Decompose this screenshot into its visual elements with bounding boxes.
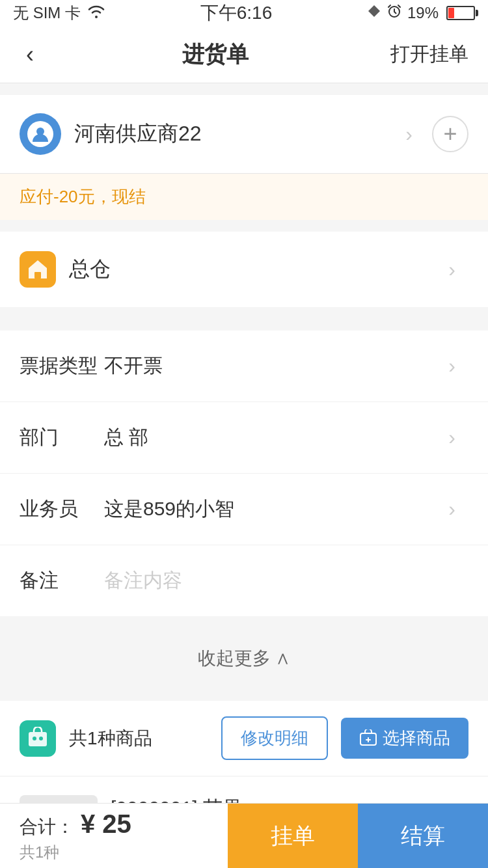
total-count: 共1种 bbox=[20, 842, 208, 863]
hang-button[interactable]: 挂单 bbox=[228, 804, 358, 868]
battery-icon bbox=[446, 6, 475, 20]
svg-rect-2 bbox=[34, 272, 41, 278]
battery-text: 19% bbox=[407, 4, 439, 22]
wifi-icon bbox=[87, 4, 105, 22]
svg-point-5 bbox=[39, 737, 43, 740]
select-product-label: 选择商品 bbox=[383, 727, 450, 750]
nav-bar: ‹ 进货单 打开挂单 bbox=[0, 26, 488, 83]
products-header: 共1种商品 修改明细 选择商品 bbox=[0, 701, 488, 776]
total-label: 合计： bbox=[20, 815, 74, 839]
dept-row[interactable]: 部门 总 部 › bbox=[0, 402, 488, 474]
alarm-icon bbox=[386, 3, 402, 23]
status-bar: 无 SIM 卡 下午6:16 19% bbox=[0, 0, 488, 26]
dept-value: 总 部 bbox=[104, 424, 448, 451]
remark-placeholder: 备注内容 bbox=[104, 567, 468, 594]
form-section: 票据类型 不开票 › 部门 总 部 › 业务员 这是859的小智 › 备注 备注… bbox=[0, 331, 488, 616]
collapse-bar[interactable]: 收起更多 ∧ bbox=[0, 628, 488, 689]
select-product-button[interactable]: 选择商品 bbox=[341, 718, 468, 759]
page-title: 进货单 bbox=[182, 40, 249, 70]
supplier-row[interactable]: 河南供应商22 › + bbox=[0, 95, 488, 174]
warehouse-icon bbox=[20, 251, 56, 288]
warehouse-chevron-icon: › bbox=[448, 258, 455, 282]
supplier-avatar bbox=[20, 113, 61, 155]
svg-rect-3 bbox=[29, 732, 47, 746]
ticket-type-chevron-icon: › bbox=[448, 354, 455, 378]
salesman-row[interactable]: 业务员 这是859的小智 › bbox=[0, 474, 488, 545]
total-amount: ¥ 25 bbox=[81, 809, 131, 839]
remark-label: 备注 bbox=[20, 567, 104, 594]
back-button[interactable]: ‹ bbox=[20, 34, 40, 75]
dept-label: 部门 bbox=[20, 424, 104, 451]
supplier-notice: 应付-20元，现结 bbox=[0, 174, 488, 220]
status-left: 无 SIM 卡 bbox=[13, 3, 105, 23]
svg-point-4 bbox=[33, 737, 36, 740]
footer-total: 合计： ¥ 25 共1种 bbox=[0, 804, 228, 868]
ticket-type-row[interactable]: 票据类型 不开票 › bbox=[0, 331, 488, 402]
products-icon bbox=[20, 720, 56, 757]
add-supplier-button[interactable]: + bbox=[432, 116, 468, 152]
status-right: 19% bbox=[367, 3, 475, 23]
supplier-section: 河南供应商22 › + 应付-20元，现结 bbox=[0, 95, 488, 220]
checkout-label: 结算 bbox=[401, 821, 445, 851]
ticket-type-label: 票据类型 bbox=[20, 353, 104, 379]
collapse-label: 收起更多 ∧ bbox=[198, 648, 291, 668]
remark-row[interactable]: 备注 备注内容 bbox=[0, 545, 488, 616]
warehouse-row[interactable]: 总仓 › bbox=[0, 232, 488, 307]
open-hang-button[interactable]: 打开挂单 bbox=[390, 41, 468, 68]
location-icon bbox=[367, 4, 381, 22]
supplier-chevron-icon: › bbox=[405, 122, 413, 146]
salesman-value: 这是859的小智 bbox=[104, 496, 448, 522]
supplier-name: 河南供应商22 bbox=[74, 120, 405, 148]
status-time: 下午6:16 bbox=[200, 1, 273, 25]
footer: 合计： ¥ 25 共1种 挂单 结算 bbox=[0, 803, 488, 868]
warehouse-section: 总仓 › bbox=[0, 232, 488, 307]
carrier-text: 无 SIM 卡 bbox=[13, 3, 81, 23]
dept-chevron-icon: › bbox=[448, 426, 455, 450]
warehouse-name: 总仓 bbox=[69, 255, 448, 284]
checkout-button[interactable]: 结算 bbox=[358, 804, 488, 868]
salesman-chevron-icon: › bbox=[448, 497, 455, 521]
ticket-type-value: 不开票 bbox=[104, 353, 448, 379]
edit-detail-button[interactable]: 修改明细 bbox=[221, 716, 328, 760]
product-count-label: 共1种商品 bbox=[69, 726, 208, 751]
hang-label: 挂单 bbox=[271, 821, 315, 851]
salesman-label: 业务员 bbox=[20, 496, 104, 522]
